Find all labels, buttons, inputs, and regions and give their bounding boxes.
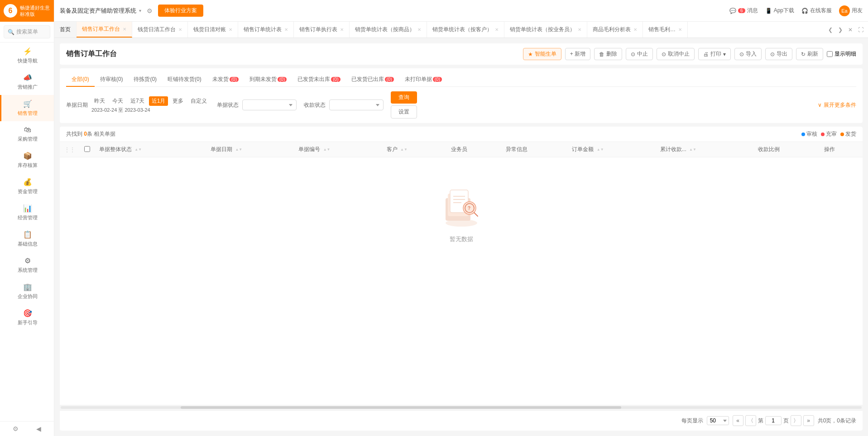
tab-cash-daily[interactable]: 钱货日清工作台 ✕ [132,22,188,38]
tab-sales-stat-staff[interactable]: 销货单统计表（按业务员） ✕ [504,22,587,38]
sidebar-item-basic-info[interactable]: 📋 基础信息 [0,226,54,252]
sort-status[interactable]: ▲▼ [134,148,142,152]
tab-home[interactable]: 首页 [54,22,77,38]
sidebar-item-quick-nav[interactable]: ⚡ 快捷导航 [0,43,54,69]
online-service-btn[interactable]: 🎧 在线客服 [801,7,832,14]
filter-tab-not-printed[interactable]: 未打印单据(0) [399,73,447,87]
tab-product-margin[interactable]: 商品毛利分析表 ✕ [587,22,643,38]
tab-close-product-margin[interactable]: ✕ [633,27,637,32]
filter-tab-pending-pickup[interactable]: 待拣货(0) [128,73,162,87]
gear-icon[interactable]: ⚙ [147,7,153,14]
delete-btn[interactable]: 🗑 删除 [594,48,622,60]
filter-tab-wangpu[interactable]: 旺铺待发货(0) [162,73,207,87]
tab-sales-stat-product[interactable]: 销货单统计表（按商品） ✕ [350,22,427,38]
horizontal-scrollbar[interactable] [60,405,863,410]
smart-generate-btn[interactable]: ★ 智能生单 [523,48,561,60]
sidebar-item-system[interactable]: ⚙ 系统管理 [0,252,54,278]
th-date[interactable]: 单据日期 ▲▼ [206,142,294,157]
tab-sales-stat[interactable]: 销售订单统计表 ✕ [238,22,294,38]
tab-cash-reconcile[interactable]: 钱货日清对账 ✕ [188,22,238,38]
tab-scroll-left[interactable]: ❮ [826,26,834,34]
refresh-btn[interactable]: ↻ 刷新 [796,48,823,60]
date-opt-more[interactable]: 更多 [170,96,186,106]
date-opt-1month[interactable]: 近1月 [149,96,168,106]
tab-close-all[interactable]: ✕ [846,26,854,34]
date-opt-today[interactable]: 今天 [110,96,126,106]
th-status[interactable]: 单据整体状态 ▲▼ [95,142,206,157]
message-btn[interactable]: 💬 6 消息 [729,7,758,14]
sidebar-item-marketing[interactable]: 📣 营销推广 [0,69,54,95]
tab-close-sales-workbench[interactable]: ✕ [123,27,126,32]
receipt-select[interactable] [329,100,384,110]
search-menu-btn[interactable]: 🔍 搜索菜单 [4,25,50,38]
tab-close-sales-stat-product[interactable]: ✕ [417,27,421,32]
tab-scroll-right[interactable]: ❯ [836,26,844,34]
expand-filter-btn[interactable]: ∨ 展开更多条件 [818,101,856,109]
tab-close-cash-reconcile[interactable]: ✕ [229,27,232,32]
first-page-btn[interactable]: « [733,415,743,426]
query-btn[interactable]: 查询 [391,91,417,104]
show-detail-checkbox[interactable] [827,51,833,57]
filter-tab-all[interactable]: 全部(0) [66,73,95,87]
th-number[interactable]: 单据编号 ▲▼ [294,142,382,157]
tab-sales-exec[interactable]: 销售订单执行表 ✕ [294,22,350,38]
sidebar-item-sales[interactable]: 🛒 销售管理 [0,95,54,121]
settings-bottom-icon[interactable]: ⚙ [13,425,19,432]
sort-amount[interactable]: ▲▼ [597,148,604,152]
next-page-btn[interactable]: 〉 [791,415,801,426]
filter-tab-shipped-not-out[interactable]: 已发货未出库(0) [292,73,345,87]
sidebar-item-finance[interactable]: 💰 资金管理 [0,173,54,199]
th-order-amount[interactable]: 订单金额 ▲▼ [567,142,655,157]
show-detail-checkbox-label[interactable]: 显示明细 [827,50,856,58]
cancel-stop-btn[interactable]: ⊙ 取消中止 [657,48,695,60]
app-download-btn[interactable]: 📱 App下载 [765,7,794,14]
prev-page-btn[interactable]: 〈 [745,415,756,426]
sidebar-item-inventory[interactable]: 📦 库存核算 [0,147,54,173]
tab-close-sales-stat[interactable]: ✕ [284,27,288,32]
filter-tab-not-shipped[interactable]: 未发货(0) [207,73,244,87]
print-btn[interactable]: 🖨 打印 ▾ [698,48,731,60]
date-opt-custom[interactable]: 自定义 [188,96,210,106]
import-btn[interactable]: ⊙ 导入 [734,48,762,60]
page-size-select[interactable]: 50 10 20 100 [707,416,729,425]
sidebar-item-business[interactable]: 📊 经营管理 [0,199,54,226]
th-accumulated[interactable]: 累计收款... ▲▼ [656,142,753,157]
ship-action-btn[interactable]: 发货 [840,130,856,138]
tab-sales-workbench[interactable]: 销售订单工作台 ✕ [77,22,132,38]
page-number-input[interactable] [765,416,782,425]
tab-close-sales-exec[interactable]: ✕ [340,27,344,32]
add-btn[interactable]: + 新增 [565,48,590,60]
stop-btn[interactable]: ⊙ 中止 [626,48,653,60]
system-dropdown-arrow[interactable]: ▾ [139,8,141,13]
scrollbar-thumb[interactable] [181,406,621,409]
sort-date[interactable]: ▲▼ [235,148,242,152]
sort-customer[interactable]: ▲▼ [400,148,408,152]
date-opt-yesterday[interactable]: 昨天 [91,96,108,106]
tab-close-sales-amount[interactable]: ✕ [678,27,682,32]
status-select[interactable] [242,100,297,110]
export-btn[interactable]: ⊙ 导出 [765,48,792,60]
sidebar-item-purchase[interactable]: 🛍 采购管理 [0,121,54,147]
filter-tab-expired-not-shipped[interactable]: 到期未发货(0) [244,73,292,87]
filter-tab-pending-review[interactable]: 待审核(0) [95,73,129,87]
tab-close-sales-stat-staff[interactable]: ✕ [578,27,581,32]
tab-close-sales-stat-customer[interactable]: ✕ [495,27,499,32]
select-all-checkbox[interactable] [84,146,90,152]
tab-sales-amount[interactable]: 销售毛利… ✕ [643,22,688,38]
tab-sales-stat-customer[interactable]: 销货单统计表（按客户） ✕ [427,22,504,38]
solution-btn[interactable]: 体验行业方案 [158,5,203,17]
th-check[interactable] [80,142,95,157]
collapse-icon[interactable]: ◀ [36,425,41,432]
sort-number[interactable]: ▲▼ [323,148,331,152]
sidebar-item-guide[interactable]: 🎯 新手引导 [0,304,54,331]
tab-close-cash-daily[interactable]: ✕ [178,27,182,32]
date-opt-7days[interactable]: 近7天 [128,96,147,106]
last-page-btn[interactable]: » [803,415,814,426]
filter-tab-shipped-out[interactable]: 已发货已出库(0) [346,73,399,87]
cancel-review-action-btn[interactable]: 充审 [821,130,837,138]
review-action-btn[interactable]: 审核 [801,130,817,138]
sidebar-item-corp[interactable]: 🏢 企业协同 [0,278,54,304]
user-area[interactable]: Ea 用友 [839,5,863,16]
set-btn[interactable]: 设置 [391,105,417,118]
th-customer[interactable]: 客户 ▲▼ [382,142,447,157]
